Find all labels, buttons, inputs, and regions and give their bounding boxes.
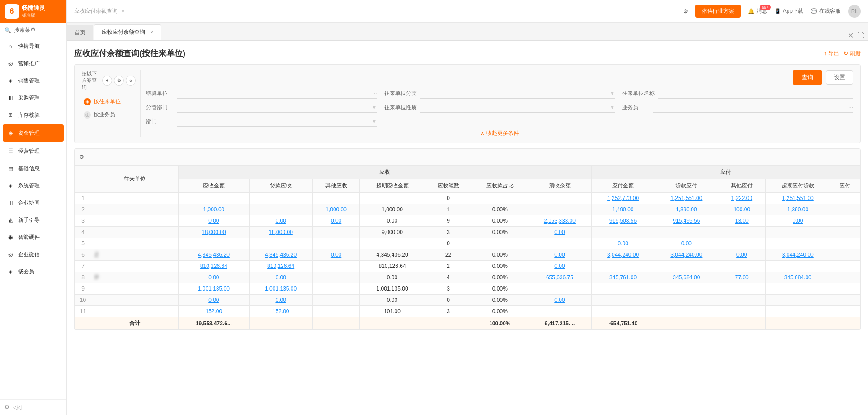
tab-ar-ap[interactable]: 应收应付余额查询 ✕ xyxy=(94,24,161,40)
sidebar-item-quick-nav[interactable]: ⌂ 快捷导航 xyxy=(0,38,66,55)
sidebar-settings-btn[interactable]: ⚙ xyxy=(5,404,9,410)
table-cell[interactable]: 1,000.00 xyxy=(179,204,249,215)
sidebar-item-system[interactable]: ◈ 系统管理 xyxy=(0,177,66,194)
table-cell[interactable]: 345,684.00 xyxy=(655,272,718,283)
sidebar-item-marketing[interactable]: ◎ 营销推广 xyxy=(0,55,66,72)
online-service-btn[interactable]: 💬 在线客服 xyxy=(811,7,841,15)
messages-btn[interactable]: 🔔 消息 99+ xyxy=(748,7,767,15)
table-cell[interactable]: 1,000.00 xyxy=(312,204,360,215)
filter-input-salesman[interactable]: ··· xyxy=(653,102,853,113)
table-cell[interactable]: 3,044,240.00 xyxy=(591,249,655,261)
filter-dots-salesman[interactable]: ··· xyxy=(849,104,853,110)
promo-button[interactable]: 体验行业方案 xyxy=(695,5,741,18)
filter-chevron-partner-nature[interactable]: ▼ xyxy=(609,104,615,110)
app-download-btn[interactable]: 📱 App下载 xyxy=(774,7,803,15)
table-cell[interactable]: 0.00 xyxy=(591,238,655,249)
table-cell[interactable]: 1,001,135.00 xyxy=(179,283,249,295)
filter-input-partner-nature[interactable]: ▼ xyxy=(420,102,615,113)
table-cell[interactable]: 345,761.00 xyxy=(591,272,655,283)
filter-input-partner-category[interactable]: ▼ xyxy=(420,88,615,99)
table-cell[interactable]: 100.00 xyxy=(718,204,765,215)
filter-chevron-partner-category[interactable]: ▼ xyxy=(609,90,615,96)
table-cell[interactable]: 13.00 xyxy=(718,215,765,227)
header-gear-btn[interactable]: ⚙ xyxy=(683,8,688,14)
export-btn[interactable]: ↑ 导出 xyxy=(824,50,839,57)
table-cell[interactable]: 0.00 xyxy=(179,295,249,306)
tab-home[interactable]: 首页 xyxy=(67,25,93,40)
sidebar-item-inventory[interactable]: ⊞ 库存核算 xyxy=(0,106,66,124)
table-cell[interactable]: 18,000.00 xyxy=(249,227,312,238)
filter-input-partner-name[interactable] xyxy=(658,88,853,99)
table-cell[interactable]: 915,495.56 xyxy=(655,215,718,227)
refresh-btn[interactable]: ↻ 刷新 xyxy=(844,50,861,57)
table-cell[interactable]: 3,044,240.00 xyxy=(655,249,718,261)
table-cell[interactable]: 0.00 xyxy=(312,215,360,227)
sidebar-item-base[interactable]: ▤ 基础信息 xyxy=(0,160,66,177)
table-cell[interactable]: 0.00 xyxy=(528,295,591,306)
table-cell[interactable]: 3,044,240.00 xyxy=(765,249,830,261)
table-cell[interactable]: 810,126.64 xyxy=(179,261,249,272)
table-scroll[interactable]: 往来单位 应收 应付 应收金额 贷款应收 其他应收 超期应收金额 应收笔数 应收… xyxy=(75,165,860,330)
table-cell[interactable]: 1,390.00 xyxy=(765,204,830,215)
sidebar-item-corp[interactable]: ◫ 企业协同 xyxy=(0,194,66,211)
table-cell[interactable]: 0.00 xyxy=(765,215,830,227)
tab-close-all-icon[interactable]: ✕ xyxy=(848,31,854,40)
footer-ar-prepaid[interactable]: 6,417,215.... xyxy=(528,317,591,330)
footer-ar-amount[interactable]: 19,553,472.6... xyxy=(179,317,249,330)
table-cell[interactable]: 0.00 xyxy=(179,272,249,283)
partner-name-input[interactable] xyxy=(658,90,853,96)
table-cell[interactable]: 0.00 xyxy=(655,238,718,249)
scheme-item-partner[interactable]: ◈ 按往来单位 xyxy=(82,95,136,108)
scheme-settings-btn[interactable]: ⚙ xyxy=(114,76,124,86)
table-cell[interactable]: 0.00 xyxy=(249,272,312,283)
table-cell[interactable]: 0.00 xyxy=(249,295,312,306)
table-settings-icon[interactable]: ⚙ xyxy=(79,154,84,160)
filter-chevron-dept[interactable]: ▼ xyxy=(372,104,377,110)
scheme-add-btn[interactable]: + xyxy=(102,76,112,86)
table-cell[interactable]: 0.00 xyxy=(528,261,591,272)
table-cell[interactable]: 1,222.00 xyxy=(718,193,765,204)
sidebar-item-sales[interactable]: ◈ 销售管理 xyxy=(0,72,66,89)
table-cell[interactable]: 77.00 xyxy=(718,272,765,283)
query-button[interactable]: 查询 xyxy=(793,70,822,85)
sidebar-item-wechat[interactable]: ◎ 企业微信 xyxy=(0,246,66,263)
filter-input-dept[interactable]: ▼ xyxy=(177,102,377,113)
settings-button[interactable]: 设置 xyxy=(826,70,853,85)
sidebar-item-purchase[interactable]: ◧ 采购管理 xyxy=(0,89,66,106)
filter-dots-settlement[interactable]: ··· xyxy=(373,90,377,96)
table-cell[interactable]: 0.00 xyxy=(528,249,591,261)
table-cell[interactable]: 18,000.00 xyxy=(179,227,249,238)
table-cell[interactable]: 810,126.64 xyxy=(249,261,312,272)
filter-chevron-department[interactable]: ▼ xyxy=(372,118,377,124)
scheme-item-salesman[interactable]: ◎ 按业务员 xyxy=(82,108,136,121)
table-cell[interactable]: 0.00 xyxy=(718,249,765,261)
table-cell[interactable]: 1,252,773.00 xyxy=(591,193,655,204)
sidebar-item-member[interactable]: ◈ 畅会员 xyxy=(0,263,66,280)
table-cell[interactable]: 0.00 xyxy=(179,215,249,227)
sidebar-collapse-btn[interactable]: ◁◁ xyxy=(13,404,21,410)
search-menu[interactable]: 🔍 搜索菜单 xyxy=(0,23,66,38)
table-cell[interactable]: 1,490.00 xyxy=(591,204,655,215)
table-cell[interactable]: 345,684.00 xyxy=(765,272,830,283)
table-cell[interactable]: 2,153,333.00 xyxy=(528,215,591,227)
scheme-collapse-btn[interactable]: « xyxy=(126,76,136,86)
table-cell[interactable]: 1,251,551.00 xyxy=(765,193,830,204)
sidebar-item-hardware[interactable]: ◉ 智能硬件 xyxy=(0,229,66,246)
table-cell[interactable]: 152.00 xyxy=(179,306,249,317)
table-cell[interactable]: 4,345,436.20 xyxy=(249,249,312,261)
table-cell[interactable]: 152.00 xyxy=(249,306,312,317)
table-cell[interactable]: 1,251,551.00 xyxy=(655,193,718,204)
table-cell[interactable]: 1,001,135.00 xyxy=(249,283,312,295)
sidebar-item-ops[interactable]: ☰ 经营管理 xyxy=(0,143,66,160)
sidebar-item-guide[interactable]: ◭ 新手引导 xyxy=(0,211,66,229)
table-cell[interactable]: 0.00 xyxy=(528,227,591,238)
filter-input-department[interactable]: ▼ xyxy=(177,116,377,127)
tab-ar-ap-close[interactable]: ✕ xyxy=(150,29,154,35)
table-cell[interactable]: 655,636.75 xyxy=(528,272,591,283)
user-avatar[interactable]: Rit xyxy=(848,5,861,18)
table-cell[interactable]: 915,508.56 xyxy=(591,215,655,227)
table-cell[interactable]: 4,345,436.20 xyxy=(179,249,249,261)
tab-expand-icon[interactable]: ⛶ xyxy=(857,32,864,40)
table-cell[interactable]: 0.00 xyxy=(312,249,360,261)
table-cell[interactable]: 0.00 xyxy=(249,215,312,227)
